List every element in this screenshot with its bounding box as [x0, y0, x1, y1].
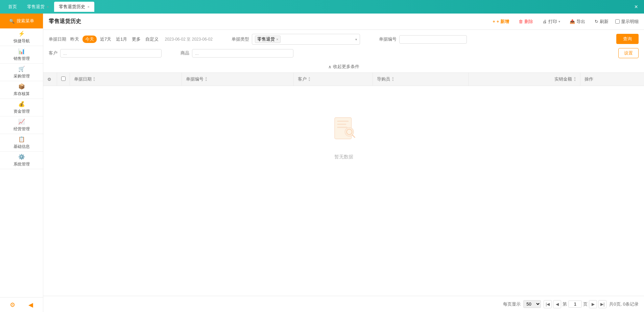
- sidebar-menu: ⚡ 快捷导航 📊 销售管理 🛒 采购管理 📦 库存核算 💰 资金管理 📈: [0, 28, 43, 297]
- sidebar-item-purchase-mgmt[interactable]: 🛒 采购管理: [0, 64, 43, 81]
- content-area: 零售退货历史 + + 新增 🗑 删除 🖨 打印 ▾ 📤 导出: [43, 14, 644, 312]
- th-customer-label: 客户: [298, 76, 307, 82]
- system-mgmt-icon: ⚙️: [18, 154, 25, 160]
- filter-type-item: 单据类型 零售退货 × ▾: [232, 34, 360, 45]
- docno-input[interactable]: [399, 35, 467, 44]
- select-all-checkbox[interactable]: [61, 76, 66, 81]
- th-date-label: 单据日期: [74, 76, 92, 82]
- filter-customer-item: 客户 ...: [49, 49, 162, 58]
- th-docno[interactable]: 单据编号 ▲▼: [182, 73, 293, 86]
- date-sort-icon: ▲▼: [93, 76, 96, 82]
- query-button[interactable]: 查询: [616, 34, 639, 44]
- type-tag-value: 零售退货: [257, 36, 275, 42]
- per-page-select[interactable]: 50 10 20 100: [523, 300, 541, 308]
- quick-nav-icon: ⚡: [18, 30, 25, 37]
- pagination-bar: 每页显示 50 10 20 100 |◀ ◀ 第 页 ▶ ▶| 共0页, 0条记…: [43, 296, 644, 312]
- sidebar-settings-icon[interactable]: ⚙: [10, 301, 15, 309]
- sidebar-item-operations-label: 经营管理: [14, 126, 30, 132]
- goods-label: 商品: [181, 50, 189, 56]
- th-settings[interactable]: ⚙: [43, 73, 57, 86]
- goods-select[interactable]: ...: [192, 49, 293, 58]
- sidebar: 🔍 搜索菜单 ⚡ 快捷导航 📊 销售管理 🛒 采购管理 📦 库存核算 💰: [0, 14, 43, 312]
- filter-row-2: 客户 ... 商品 ... 设置: [49, 48, 639, 58]
- date-label: 单据日期: [49, 36, 66, 42]
- new-button[interactable]: + + 新增: [490, 17, 512, 26]
- filter-goods-item: 商品 ...: [181, 49, 293, 58]
- tab-return-history[interactable]: 零售退货历史 ×: [54, 2, 94, 12]
- th-action-label: 操作: [585, 76, 593, 82]
- th-guide[interactable]: 导购员 ▲▼: [373, 73, 469, 86]
- filter-date-item: 单据日期 昨天 今天 近7天 近1月 更多 自定义 2023-06-02 至 2…: [49, 36, 213, 43]
- sidebar-item-basic-info[interactable]: 📋 基础信息: [0, 134, 43, 152]
- type-select[interactable]: 零售退货 × ▾: [252, 34, 360, 45]
- delete-icon: 🗑: [519, 19, 523, 24]
- sidebar-item-system-mgmt[interactable]: ⚙️ 系统管理: [0, 152, 43, 169]
- sidebar-item-sales-mgmt[interactable]: 📊 销售管理: [0, 46, 43, 64]
- finance-icon: 💰: [18, 101, 25, 107]
- sidebar-item-purchase-mgmt-label: 采购管理: [14, 73, 30, 79]
- th-amount[interactable]: 实销金额 ▲▼: [469, 73, 580, 86]
- page-current-label: 第: [563, 301, 567, 307]
- sidebar-item-quick-nav[interactable]: ⚡ 快捷导航: [0, 28, 43, 46]
- collapse-button[interactable]: ∧ 收起更多条件: [49, 62, 639, 72]
- th-date[interactable]: 单据日期 ▲▼: [70, 73, 182, 86]
- top-bar: 首页 零售退货 × 零售退货历史 × ×: [0, 0, 644, 14]
- display-switch[interactable]: 显示明细: [615, 19, 639, 25]
- page-input[interactable]: [568, 300, 582, 308]
- customer-select[interactable]: ...: [60, 49, 162, 58]
- date-options: 昨天 今天 近7天 近1月 更多 自定义: [69, 36, 160, 43]
- date-option-today[interactable]: 今天: [82, 36, 97, 43]
- pagination-nav: |◀ ◀ 第 页 ▶ ▶|: [544, 300, 606, 308]
- settings-icon[interactable]: ⚙: [47, 77, 51, 82]
- page-prev-button[interactable]: ◀: [553, 300, 561, 308]
- th-action: 操作: [580, 73, 644, 86]
- refresh-label: 刷新: [600, 19, 609, 25]
- sidebar-item-system-mgmt-label: 系统管理: [14, 161, 30, 167]
- type-tag-close[interactable]: ×: [276, 37, 278, 41]
- tab-return[interactable]: 零售退货 ×: [22, 2, 53, 12]
- print-icon: 🖨: [543, 19, 547, 24]
- page-unit-label: 页: [583, 301, 588, 307]
- print-button[interactable]: 🖨 打印 ▾: [540, 17, 563, 26]
- th-customer[interactable]: 客户 ▲▼: [293, 73, 373, 86]
- main-layout: 🔍 搜索菜单 ⚡ 快捷导航 📊 销售管理 🛒 采购管理 📦 库存核算 💰: [0, 14, 644, 312]
- filter-docno-item: 单据编号: [379, 35, 467, 44]
- docno-label: 单据编号: [379, 36, 397, 42]
- date-option-1month[interactable]: 近1月: [115, 36, 128, 43]
- tab-return-label: 零售退货: [27, 4, 45, 10]
- th-checkbox[interactable]: [57, 73, 70, 86]
- page-first-button[interactable]: |◀: [544, 300, 552, 308]
- svg-rect-1: [337, 121, 349, 122]
- sidebar-search[interactable]: 🔍 搜索菜单: [0, 14, 43, 28]
- date-option-yesterday[interactable]: 昨天: [69, 36, 80, 43]
- display-checkbox[interactable]: [615, 19, 620, 24]
- window-close-button[interactable]: ×: [631, 3, 641, 10]
- date-option-more[interactable]: 更多: [130, 36, 142, 43]
- sidebar-item-basic-info-label: 基础信息: [14, 144, 30, 150]
- page-next-button[interactable]: ▶: [589, 300, 597, 308]
- basic-info-icon: 📋: [18, 136, 25, 142]
- sidebar-item-operations[interactable]: 📈 经营管理: [0, 116, 43, 134]
- delete-button[interactable]: 🗑 删除: [516, 17, 536, 26]
- settings-button[interactable]: 设置: [618, 48, 639, 58]
- refresh-button[interactable]: ↻ 刷新: [592, 17, 611, 26]
- page-last-button[interactable]: ▶|: [598, 300, 606, 308]
- th-docno-label: 单据编号: [186, 76, 204, 82]
- export-button[interactable]: 📤 导出: [567, 17, 588, 26]
- sidebar-item-finance[interactable]: 💰 资金管理: [0, 99, 43, 116]
- operations-icon: 📈: [18, 118, 25, 125]
- tab-home[interactable]: 首页: [3, 2, 22, 12]
- tab-return-history-close[interactable]: ×: [87, 5, 89, 9]
- type-tag: 零售退货 ×: [255, 36, 281, 43]
- export-label: 导出: [576, 19, 585, 25]
- tab-return-close[interactable]: ×: [47, 5, 49, 9]
- data-table: ⚙ 单据日期 ▲▼ 单据编号: [43, 73, 644, 86]
- customer-dots: ...: [63, 51, 67, 56]
- collapse-up-icon: ∧: [328, 64, 332, 69]
- sidebar-collapse-icon[interactable]: ◀: [28, 301, 33, 309]
- display-label: 显示明细: [621, 19, 639, 25]
- date-option-7days[interactable]: 近7天: [99, 36, 113, 43]
- date-option-custom[interactable]: 自定义: [144, 36, 160, 43]
- sidebar-item-inventory[interactable]: 📦 库存核算: [0, 81, 43, 99]
- per-page-label: 每页显示: [503, 301, 521, 307]
